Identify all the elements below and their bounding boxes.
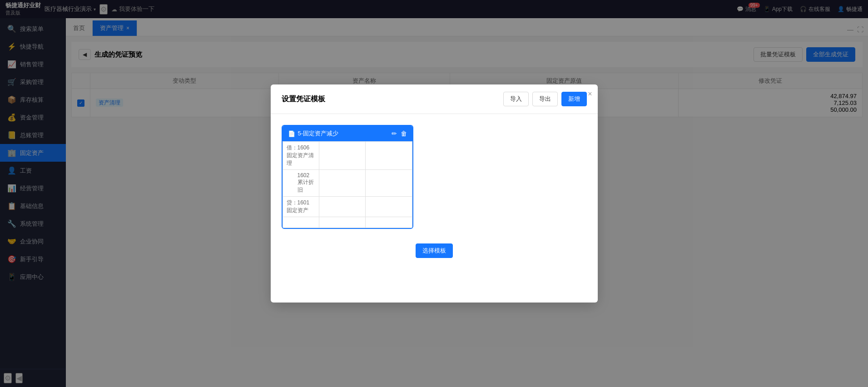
delete-template-btn[interactable]: 🗑	[401, 130, 407, 137]
document-icon: 📄	[288, 130, 295, 137]
card-title: 📄 5-固定资产减少	[288, 129, 339, 138]
entry-type-debit: 借：1606 固定资产清理	[283, 142, 319, 170]
main-area: 🔍 搜索菜单 ⚡ 快捷导航 📈 销售管理 🛒 采购管理 📦 库存核算	[0, 18, 868, 387]
template-card: 📄 5-固定资产减少 ✏ 🗑	[282, 125, 413, 229]
import-btn[interactable]: 导入	[503, 92, 529, 106]
entry-type-credit: 贷：1601 固定资产	[283, 197, 319, 217]
modal-close-btn[interactable]: ×	[588, 90, 592, 98]
modal-dialog: 设置凭证模板 导入 导出 新增 ×	[271, 84, 598, 303]
card-actions: ✏ 🗑	[392, 130, 407, 137]
template-list: 📄 5-固定资产减少 ✏ 🗑	[282, 125, 587, 229]
template-entry-row: 1602 累计折旧	[283, 170, 412, 197]
edit-template-btn[interactable]: ✏	[392, 130, 397, 137]
template-entry-row: 借：1606 固定资产清理	[283, 142, 412, 170]
page-content: ◀ 生成的凭证预览 批量凭证模板 全部生成凭证 变动类型 资产名称	[66, 36, 868, 387]
modal-overlay: 设置凭证模板 导入 导出 新增 ×	[66, 36, 868, 387]
empty-cell	[366, 217, 412, 228]
template-empty-row	[283, 217, 412, 228]
template-table: 借：1606 固定资产清理 1602 累计折旧	[283, 141, 412, 228]
entry-type-indent: 1602 累计折旧	[283, 170, 319, 197]
entry-amount-col2	[366, 170, 412, 197]
modal-footer: 选择模板	[282, 236, 587, 258]
entry-amount-col1	[319, 142, 366, 170]
entry-amount-col1	[319, 170, 366, 197]
template-card-header: 📄 5-固定资产减少 ✏ 🗑	[283, 126, 412, 141]
template-entry-row: 贷：1601 固定资产	[283, 197, 412, 217]
entry-amount-col1	[319, 197, 366, 217]
modal-header: 设置凭证模板 导入 导出 新增 ×	[271, 84, 598, 114]
app-wrapper: 畅捷通好业财 普及版 医疗器械行业演示 ▾ ⚙ ☁ 我要体验一下 💬 消息 99…	[0, 0, 868, 387]
modal-title: 设置凭证模板	[282, 94, 325, 104]
template-card-body: 借：1606 固定资产清理 1602 累计折旧	[283, 141, 412, 228]
new-template-btn[interactable]: 新增	[561, 92, 587, 106]
template-header-label: 5-固定资产减少	[298, 129, 339, 138]
export-btn[interactable]: 导出	[532, 92, 558, 106]
modal-header-actions: 导入 导出 新增	[503, 92, 587, 106]
entry-amount-col2	[366, 197, 412, 217]
modal-body: 📄 5-固定资产减少 ✏ 🗑	[271, 114, 598, 303]
entry-amount-col2	[366, 142, 412, 170]
select-template-btn[interactable]: 选择模板	[416, 243, 453, 258]
empty-cell	[319, 217, 366, 228]
content-area: 首页 资产管理 × — ⛶ ◀ 生成的凭证预览	[66, 18, 868, 387]
empty-cell	[283, 217, 319, 228]
